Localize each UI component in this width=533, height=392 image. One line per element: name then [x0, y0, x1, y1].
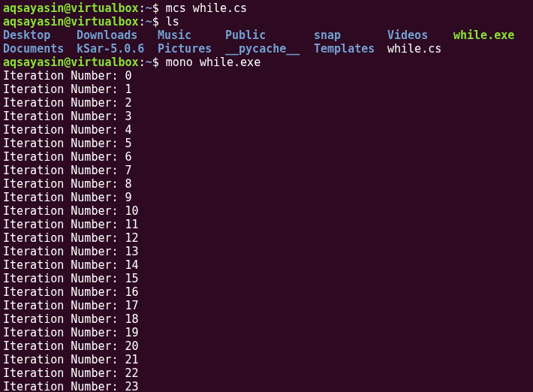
iter-value: 9 [125, 191, 132, 204]
dir-downloads: Downloads [77, 29, 158, 42]
iter-value: 14 [125, 258, 139, 272]
iter-value: 19 [125, 326, 139, 339]
host: virtualbox [71, 56, 138, 69]
command-1: mcs while.cs [166, 2, 247, 15]
iter-label: Iteration Number: [3, 366, 125, 380]
iter-value: 22 [125, 366, 139, 380]
at-sign: @ [64, 2, 71, 15]
iter-label: Iteration Number: [3, 150, 125, 164]
iter-label: Iteration Number: [3, 285, 125, 299]
cwd: ~ [146, 56, 152, 69]
command-2: ls [166, 15, 179, 29]
iter-label: Iteration Number: [3, 164, 125, 177]
dir-pycache: __pycache__ [225, 42, 314, 56]
at-sign: @ [64, 56, 71, 69]
dir-pictures: Pictures [158, 42, 225, 56]
output-line: Iteration Number: 1 [3, 83, 530, 96]
output-line: Iteration Number: 10 [3, 204, 530, 218]
iter-value: 10 [125, 204, 139, 218]
output-line: Iteration Number: 17 [3, 299, 530, 312]
iter-label: Iteration Number: [3, 312, 125, 326]
terminal[interactable]: aqsayasin@virtualbox:~$ mcs while.cs aqs… [3, 2, 530, 392]
host: virtualbox [71, 15, 138, 29]
iter-label: Iteration Number: [3, 218, 125, 231]
iter-value: 6 [125, 150, 132, 164]
iter-label: Iteration Number: [3, 83, 125, 96]
iter-value: 12 [125, 231, 139, 245]
iter-label: Iteration Number: [3, 272, 125, 285]
dollar: $ [152, 2, 166, 15]
colon: : [139, 15, 146, 29]
iter-value: 2 [125, 96, 132, 110]
iter-label: Iteration Number: [3, 191, 125, 204]
iter-label: Iteration Number: [3, 245, 125, 258]
iter-label: Iteration Number: [3, 123, 125, 137]
output-line: Iteration Number: 15 [3, 272, 530, 285]
iter-value: 4 [125, 123, 132, 137]
output-line: Iteration Number: 2 [3, 96, 530, 110]
prompt-line-1: aqsayasin@virtualbox:~$ mcs while.cs [3, 2, 530, 15]
dir-public: Public [225, 29, 314, 42]
file-while-exe: while.exe [453, 29, 513, 42]
iter-value: 3 [125, 110, 132, 123]
colon: : [139, 2, 146, 15]
dir-documents: Documents [3, 42, 77, 56]
output-line: Iteration Number: 16 [3, 285, 530, 299]
iter-label: Iteration Number: [3, 258, 125, 272]
ls-row-2: DocumentskSar-5.0.6Pictures__pycache__Te… [3, 42, 530, 56]
output-line: Iteration Number: 0 [3, 69, 530, 83]
iter-label: Iteration Number: [3, 204, 125, 218]
iter-value: 7 [125, 164, 132, 177]
output-line: Iteration Number: 23 [3, 380, 530, 392]
dir-ksar: kSar-5.0.6 [77, 42, 158, 56]
output-line: Iteration Number: 11 [3, 218, 530, 231]
iter-value: 20 [125, 339, 139, 353]
iter-label: Iteration Number: [3, 380, 125, 392]
iter-value: 21 [125, 353, 139, 366]
iter-label: Iteration Number: [3, 353, 125, 366]
iter-label: Iteration Number: [3, 326, 125, 339]
output-line: Iteration Number: 5 [3, 137, 530, 150]
iter-value: 23 [125, 380, 139, 392]
iter-label: Iteration Number: [3, 137, 125, 150]
command-3: mono while.exe [166, 56, 260, 69]
colon: : [139, 56, 146, 69]
ls-row-1: DesktopDownloadsMusicPublicsnapVideoswhi… [3, 29, 530, 42]
iter-value: 18 [125, 312, 139, 326]
output-line: Iteration Number: 12 [3, 231, 530, 245]
iter-value: 11 [125, 218, 139, 231]
dir-music: Music [158, 29, 225, 42]
output-line: Iteration Number: 13 [3, 245, 530, 258]
output-line: Iteration Number: 6 [3, 150, 530, 164]
user: aqsayasin [3, 15, 64, 29]
prompt-line-3: aqsayasin@virtualbox:~$ mono while.exe [3, 56, 530, 69]
output-line: Iteration Number: 22 [3, 366, 530, 380]
iter-value: 5 [125, 137, 132, 150]
iter-label: Iteration Number: [3, 339, 125, 353]
user: aqsayasin [3, 56, 64, 69]
iter-value: 17 [125, 299, 139, 312]
cwd: ~ [146, 2, 152, 15]
iter-label: Iteration Number: [3, 110, 125, 123]
prompt-line-2: aqsayasin@virtualbox:~$ ls [3, 15, 530, 29]
output-line: Iteration Number: 9 [3, 191, 530, 204]
dir-templates: Templates [314, 42, 387, 56]
host: virtualbox [71, 2, 138, 15]
user: aqsayasin [3, 2, 64, 15]
iter-label: Iteration Number: [3, 96, 125, 110]
output-line: Iteration Number: 3 [3, 110, 530, 123]
output-line: Iteration Number: 20 [3, 339, 530, 353]
cwd: ~ [146, 15, 152, 29]
iter-label: Iteration Number: [3, 231, 125, 245]
dir-desktop: Desktop [3, 29, 77, 42]
output-line: Iteration Number: 14 [3, 258, 530, 272]
iter-label: Iteration Number: [3, 177, 125, 191]
iter-value: 13 [125, 245, 139, 258]
dollar: $ [152, 56, 166, 69]
output-line: Iteration Number: 21 [3, 353, 530, 366]
dir-snap: snap [314, 29, 387, 42]
output-line: Iteration Number: 7 [3, 164, 530, 177]
iter-label: Iteration Number: [3, 69, 125, 83]
output-line: Iteration Number: 19 [3, 326, 530, 339]
iter-value: 8 [125, 177, 132, 191]
